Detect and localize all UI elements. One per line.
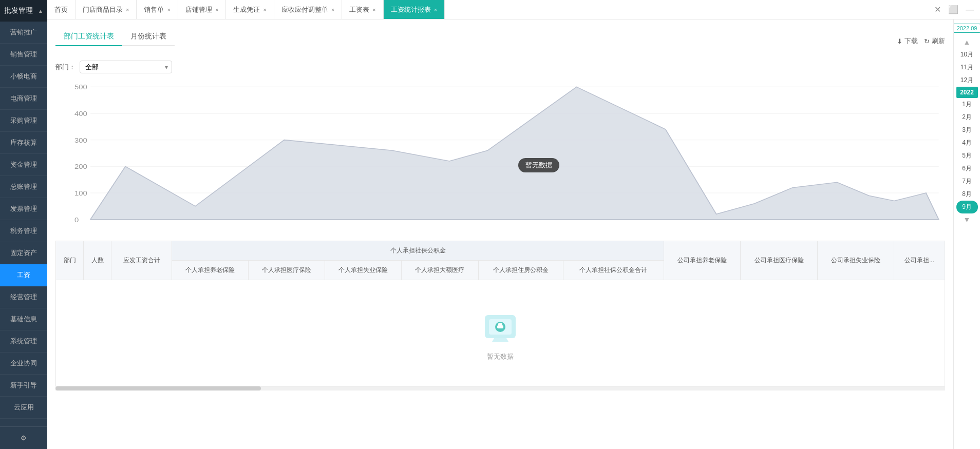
col-company-medical: 公司承担医疗保险 — [741, 241, 817, 280]
svg-text:100: 100 — [74, 190, 87, 197]
col-personal-pension: 个人承担养老保险 — [172, 261, 248, 280]
chart-container: 500 400 300 200 100 0 — [55, 82, 945, 241]
sidebar-item-固定资产[interactable]: 固定资产 — [0, 242, 47, 264]
sidebar-item-税务管理[interactable]: 税务管理 — [0, 220, 47, 242]
sub-tabs: 部门工资统计表 月份统计表 — [55, 28, 175, 46]
toolbar-actions: ⬇ 下载 ↻ 刷新 — [897, 36, 945, 46]
tab-工资表[interactable]: 工资表× — [342, 0, 383, 19]
svg-marker-12 — [90, 87, 939, 219]
close-window-icon[interactable]: ✕ — [932, 3, 943, 16]
sidebar-item-营销推广[interactable]: 营销推广 — [0, 22, 47, 44]
tab-close-销售单[interactable]: × — [167, 7, 170, 13]
minimize-window-icon[interactable]: — — [964, 3, 976, 16]
sub-tab-dept[interactable]: 部门工资统计表 — [55, 28, 122, 46]
timeline-month-4[interactable]: 4月 — [956, 136, 978, 149]
sub-tab-month[interactable]: 月份统计表 — [122, 28, 175, 46]
tab-close-生成凭证[interactable]: × — [263, 7, 266, 13]
sidebar-top-menu[interactable]: 批发管理 ▲ — [0, 0, 47, 22]
empty-state: 暂无数据 — [60, 284, 940, 382]
sidebar-item-采购管理[interactable]: 采购管理 — [0, 110, 47, 132]
timeline-down-nav[interactable]: ▼ — [962, 213, 973, 226]
sidebar-item-发票管理[interactable]: 发票管理 — [0, 198, 47, 220]
col-personal-unemployment: 个人承担失业保险 — [325, 261, 402, 280]
timeline-header: 2022.09 — [953, 24, 980, 33]
timeline-month-12[interactable]: 12月 — [956, 74, 978, 87]
tab-close-工资表[interactable]: × — [372, 7, 375, 13]
svg-rect-17 — [498, 323, 502, 325]
filter-dept-select[interactable]: 全部 — [80, 61, 172, 73]
toolbar-row: 部门工资统计表 月份统计表 ⬇ 下载 ↻ 刷新 — [55, 28, 945, 54]
tab-bar: 首页门店商品目录×销售单×店铺管理×生成凭证×应收应付调整单×工资表×工资统计报… — [47, 0, 980, 19]
col-total-salary: 应发工资合计 — [111, 241, 172, 280]
sidebar-item-总账管理[interactable]: 总账管理 — [0, 176, 47, 198]
svg-text:500: 500 — [74, 84, 87, 91]
timeline-month-8[interactable]: 8月 — [956, 188, 978, 201]
tab-close-门店商品目录[interactable]: × — [126, 7, 129, 13]
tab-应收应付调整单[interactable]: 应收应付调整单× — [274, 0, 342, 19]
download-icon: ⬇ — [897, 37, 902, 45]
col-personal-medical: 个人承担医疗保险 — [248, 261, 325, 280]
col-company-other: 公司承担... — [894, 241, 945, 280]
tab-销售单[interactable]: 销售单× — [137, 0, 178, 19]
timeline-month-10[interactable]: 10月 — [956, 48, 978, 61]
tab-门店商品目录[interactable]: 门店商品目录× — [76, 0, 137, 19]
timeline-month-9[interactable]: 9月 — [956, 201, 978, 213]
svg-text:300: 300 — [74, 137, 87, 144]
col-group-personal: 个人承担社保公积金 — [172, 241, 664, 261]
col-personal-housing: 个人承担住房公积金 — [478, 261, 563, 280]
timeline-month-3[interactable]: 3月 — [956, 124, 978, 136]
empty-icon — [480, 305, 521, 346]
tab-bar-end: ✕ ⬜ — — [932, 3, 980, 16]
timeline-up-nav[interactable]: ▲ — [962, 36, 973, 48]
download-button[interactable]: ⬇ 下载 — [897, 36, 918, 46]
tab-close-工资统计报表[interactable]: × — [434, 7, 437, 13]
refresh-icon: ↻ — [924, 37, 930, 45]
col-dept: 部门 — [56, 241, 84, 280]
settings-icon: ⚙ — [21, 434, 27, 442]
tab-close-应收应付调整单[interactable]: × — [331, 7, 334, 13]
timeline-month-7[interactable]: 7月 — [956, 175, 978, 188]
col-company-pension: 公司承担养老保险 — [664, 241, 741, 280]
svg-marker-18 — [492, 338, 508, 342]
sidebar: 批发管理 ▲ 营销推广销售管理小畅电商电商管理采购管理库存核算资金管理总账管理发… — [0, 0, 47, 449]
sidebar-item-工资[interactable]: 工资 — [0, 264, 47, 286]
sidebar-item-资金管理[interactable]: 资金管理 — [0, 154, 47, 176]
sidebar-item-销售管理[interactable]: 销售管理 — [0, 44, 47, 66]
sidebar-item-经营管理[interactable]: 经营管理 — [0, 286, 47, 308]
sidebar-item-新手引导[interactable]: 新手引导 — [0, 375, 47, 397]
col-personal-total: 个人承担社保公积金合计 — [563, 261, 664, 280]
restore-window-icon[interactable]: ⬜ — [946, 3, 960, 16]
chart-no-data-tooltip: 暂无数据 — [518, 158, 559, 172]
svg-rect-16 — [497, 325, 503, 328]
main-area: 首页门店商品目录×销售单×店铺管理×生成凭证×应收应付调整单×工资表×工资统计报… — [47, 0, 980, 449]
sidebar-item-小畅电商[interactable]: 小畅电商 — [0, 66, 47, 88]
tab-店铺管理[interactable]: 店铺管理× — [178, 0, 226, 19]
tab-生成凭证[interactable]: 生成凭证× — [226, 0, 274, 19]
sidebar-item-企业协同[interactable]: 企业协同 — [0, 353, 47, 375]
timeline-month-5[interactable]: 5月 — [956, 149, 978, 162]
sidebar-settings[interactable]: ⚙ — [0, 426, 47, 449]
page-content: 部门工资统计表 月份统计表 ⬇ 下载 ↻ 刷新 部门： — [47, 19, 953, 449]
svg-text:0: 0 — [74, 217, 79, 224]
timeline-month-2[interactable]: 2月 — [956, 111, 978, 124]
data-table: 部门 人数 应发工资合计 个人承担社保公积金 公司承担养老保险 公司承担医疗保险… — [55, 241, 945, 386]
refresh-button[interactable]: ↻ 刷新 — [924, 36, 945, 46]
timeline-month-6[interactable]: 6月 — [956, 162, 978, 175]
sidebar-item-电商管理[interactable]: 电商管理 — [0, 88, 47, 110]
tab-close-店铺管理[interactable]: × — [215, 7, 218, 13]
sidebar-item-库存核算[interactable]: 库存核算 — [0, 132, 47, 154]
timeline-month-1[interactable]: 1月 — [956, 98, 978, 111]
filter-dept-label: 部门： — [55, 63, 76, 72]
tab-首页[interactable]: 首页 — [47, 0, 76, 19]
timeline-panel: 2022.09 ▲ 10月 11月 12月 2022 1月 2月 3月 4月 5… — [953, 19, 980, 449]
table-empty-cell: 暂无数据 — [56, 280, 945, 386]
horizontal-scrollbar[interactable] — [55, 386, 945, 391]
tab-工资统计报表[interactable]: 工资统计报表× — [384, 0, 445, 19]
sidebar-item-基础信息[interactable]: 基础信息 — [0, 308, 47, 330]
sidebar-top-label: 批发管理 — [4, 6, 33, 15]
timeline-month-11[interactable]: 11月 — [956, 61, 978, 74]
sidebar-item-云应用[interactable]: 云应用 — [0, 397, 47, 419]
filter-dept-select-wrapper: 全部 — [80, 61, 172, 73]
sidebar-item-系统管理[interactable]: 系统管理 — [0, 330, 47, 353]
col-company-unemployment: 公司承担失业保险 — [817, 241, 894, 280]
